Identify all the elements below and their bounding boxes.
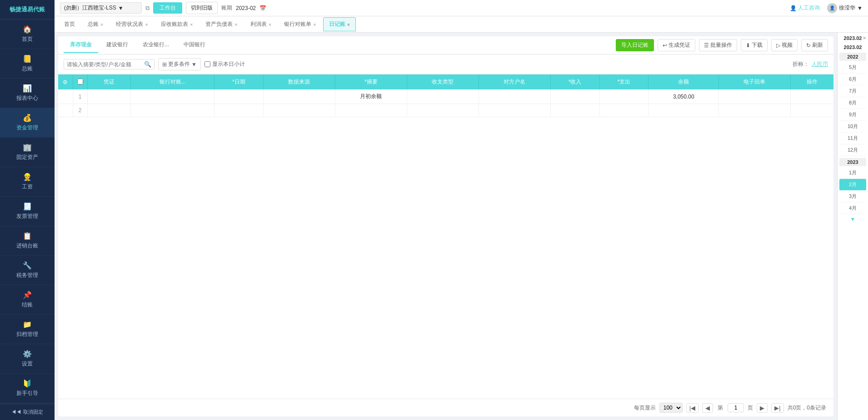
tab-home[interactable]: 首页 <box>58 17 81 31</box>
copy-icon[interactable]: ⧉ <box>145 5 150 12</box>
sidebar-unpin[interactable]: ◀◀ 取消固定 <box>0 404 55 420</box>
sub-tab-cash[interactable]: 库存现金 <box>64 37 98 53</box>
tab-business[interactable]: 经营状况表 × <box>110 17 154 31</box>
sub-tab-ccb[interactable]: 建设银行 <box>100 37 135 53</box>
page-unit-label: 页 <box>748 404 753 412</box>
tab-journal[interactable]: 日记账 × <box>323 17 356 31</box>
sidebar-item-guide[interactable]: 🔰 新手引导 <box>0 374 55 403</box>
sidebar-item-settlement[interactable]: 📌 结账 <box>0 285 55 315</box>
calendar-icon[interactable]: 📅 <box>259 5 266 11</box>
tab-bank[interactable]: 银行对账单 × <box>278 17 322 31</box>
download-button[interactable]: ⬇ 下载 <box>741 39 768 51</box>
tab-receivable-close[interactable]: × <box>190 22 193 27</box>
select-all-checkbox[interactable] <box>77 79 83 84</box>
company-selector[interactable]: (勿删）江西赣宝-LSS ▼ <box>60 2 142 14</box>
row-summary: 月初余额 <box>360 93 382 99</box>
batch-op-button[interactable]: ☰ 批量操作 <box>699 39 737 51</box>
period-value[interactable]: 2023-02 <box>236 5 256 11</box>
row-number: 2 <box>79 107 82 114</box>
calendar-month-10[interactable]: 10月 <box>839 121 866 133</box>
calendar-month-3[interactable]: 3月 <box>839 191 866 203</box>
tab-bank-label: 银行对账单 <box>284 20 311 28</box>
sidebar-item-invoice[interactable]: 🧾 发票管理 <box>0 197 55 226</box>
sidebar-item-home[interactable]: 🏠 首页 <box>0 20 55 49</box>
th-settings[interactable]: ⚙ <box>58 74 73 89</box>
next-page-button[interactable]: ▶ <box>757 403 768 413</box>
sub-tab-boc[interactable]: 中国银行 <box>177 37 212 53</box>
tab-profit[interactable]: 利润表 × <box>244 17 277 31</box>
chevron-down-icon: ▼ <box>118 5 124 11</box>
sidebar-item-purchsales[interactable]: 📋 进销台账 <box>0 226 55 256</box>
filter-chevron-icon: ▼ <box>191 61 197 68</box>
sidebar-item-payroll[interactable]: 👷 工资 <box>0 167 55 197</box>
tab-balance-close[interactable]: × <box>234 22 237 27</box>
show-daily-label: 显示本日小计 <box>212 60 245 68</box>
refresh-button[interactable]: ↻ 刷新 <box>801 39 828 51</box>
tab-receivable[interactable]: 应收账款表 × <box>155 17 199 31</box>
th-checkbox[interactable] <box>73 74 87 89</box>
calendar-month-9[interactable]: 9月 <box>839 109 866 121</box>
calendar-month-4[interactable]: 4月 <box>839 203 866 214</box>
calendar-month-5[interactable]: 5月 <box>839 62 866 74</box>
tab-journal-close[interactable]: × <box>347 22 350 27</box>
tab-bank-close[interactable]: × <box>313 22 316 27</box>
prev-page-button[interactable]: ◀ <box>702 403 713 413</box>
row-income-cell <box>550 89 599 104</box>
calendar-nav-down[interactable]: ▼ <box>838 214 868 224</box>
show-daily-checkbox[interactable]: 显示本日小计 <box>205 60 245 68</box>
user-service[interactable]: 👤 人工咨询 <box>790 4 820 12</box>
calendar-month-11[interactable]: 11月 <box>839 133 866 144</box>
last-page-button[interactable]: ▶| <box>771 403 783 413</box>
sidebar-item-assets[interactable]: 🏢 固定资产 <box>0 138 55 167</box>
service-icon: 👤 <box>790 5 797 11</box>
calendar-month-8[interactable]: 8月 <box>839 97 866 109</box>
service-label: 人工咨询 <box>798 4 820 12</box>
th-date: *日期 <box>215 74 264 89</box>
first-page-button[interactable]: |◀ <box>686 403 698 413</box>
search-box[interactable]: 🔍 <box>64 59 155 69</box>
sidebar-item-ledger[interactable]: 📒 总账 <box>0 49 55 79</box>
video-button[interactable]: ▷ 视频 <box>771 39 798 51</box>
sidebar-item-funds[interactable]: 💰 资金管理 <box>0 108 55 138</box>
per-page-select[interactable]: 100 <box>659 403 683 413</box>
th-payment-type: 收支类型 <box>407 74 479 89</box>
sidebar-item-label: 报表中心 <box>16 94 38 102</box>
main-content: (勿删）江西赣宝-LSS ▼ ⧉ 工作台 切到旧版 账期 2023-02 📅 👤… <box>55 0 868 420</box>
calendar-month-6[interactable]: 6月 <box>839 74 866 85</box>
row-bank-cell <box>131 89 215 104</box>
tab-ledger[interactable]: 总账 × <box>82 17 109 31</box>
sidebar-item-archive[interactable]: 📁 归档管理 <box>0 315 55 344</box>
sidebar-item-settings[interactable]: ⚙️ 设置 <box>0 344 55 374</box>
sidebar-item-reports[interactable]: 📊 报表中心 <box>0 79 55 108</box>
import-journal-button[interactable]: 导入日记账 <box>616 39 654 51</box>
calendar-month-7[interactable]: 7月 <box>839 85 866 97</box>
old-version-button[interactable]: 切到旧版 <box>186 2 218 14</box>
row-source-cell <box>264 104 335 117</box>
tab-journal-label: 日记账 <box>329 20 345 28</box>
tab-profit-close[interactable]: × <box>269 22 271 27</box>
calendar-month-12[interactable]: 12月 <box>839 144 866 156</box>
page-input[interactable] <box>728 403 744 412</box>
calendar-month-1[interactable]: 1月 <box>839 167 866 179</box>
work-bench-button[interactable]: 工作台 <box>153 2 182 14</box>
row-balance-cell: 3,050.00 <box>649 89 719 104</box>
gen-voucher-button[interactable]: ↩ 生成凭证 <box>658 39 695 51</box>
year-2022-section: 2022 5月 6月 7月 8月 9月 10月 11月 12月 <box>838 51 868 156</box>
calendar-month-2-active[interactable]: 2月 <box>839 179 866 191</box>
archive-icon: 📁 <box>23 320 32 329</box>
sidebar-item-label: 进销台账 <box>16 242 38 250</box>
tab-balance[interactable]: 资产负债表 × <box>200 17 243 31</box>
user-info[interactable]: 👤 徐滢华 ▼ <box>827 3 863 13</box>
sidebar-item-tax[interactable]: 🔧 税务管理 <box>0 256 55 285</box>
filter-button[interactable]: ⊞ 更多条件 ▼ <box>158 58 201 70</box>
show-daily-input[interactable] <box>205 61 210 67</box>
search-icon[interactable]: 🔍 <box>144 61 151 68</box>
search-input[interactable] <box>67 61 142 68</box>
tab-ledger-close[interactable]: × <box>100 22 103 27</box>
table-header-row: ⚙ 凭证 银行对账... *日期 数据来源 *摘要 收支类型 对方户名 *收入 <box>58 74 833 89</box>
sub-tab-abc[interactable]: 农业银行... <box>136 37 175 53</box>
tab-business-close[interactable]: × <box>145 22 148 27</box>
row-settings-cell <box>58 104 73 117</box>
calendar-close-button[interactable]: × <box>863 35 866 41</box>
currency-select[interactable]: 人民币 <box>812 60 828 68</box>
